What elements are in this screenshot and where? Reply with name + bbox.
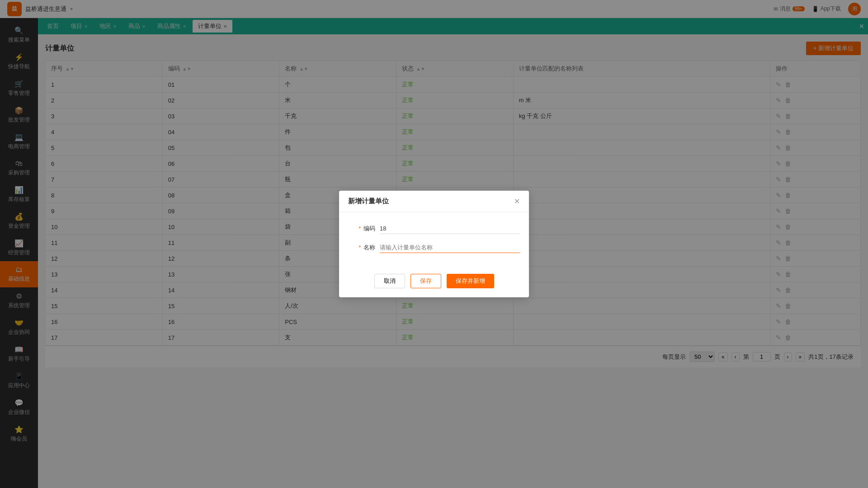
modal-footer: 取消 保存 保存并新增 bbox=[339, 268, 529, 297]
code-label: * 编码 bbox=[348, 225, 375, 233]
modal-body: * 编码 * 名称 bbox=[339, 212, 529, 268]
add-unit-modal: 新增计量单位 ✕ * 编码 * 名称 取消 保存 保存并新增 bbox=[339, 191, 529, 297]
required-star-code: * bbox=[359, 225, 361, 232]
form-row-code: * 编码 bbox=[348, 223, 520, 234]
save-and-add-button[interactable]: 保存并新增 bbox=[447, 274, 494, 288]
form-row-name: * 名称 bbox=[348, 242, 520, 253]
required-star-name: * bbox=[359, 244, 361, 251]
modal-title: 新增计量单位 bbox=[348, 197, 389, 206]
save-button[interactable]: 保存 bbox=[410, 274, 441, 288]
cancel-button[interactable]: 取消 bbox=[374, 274, 405, 288]
code-input[interactable] bbox=[380, 223, 520, 234]
modal-overlay: 新增计量单位 ✕ * 编码 * 名称 取消 保存 保存并新增 bbox=[0, 0, 868, 488]
name-label: * 名称 bbox=[348, 244, 375, 252]
modal-header: 新增计量单位 ✕ bbox=[339, 191, 529, 212]
modal-close-button[interactable]: ✕ bbox=[514, 197, 520, 206]
name-input[interactable] bbox=[380, 242, 520, 253]
